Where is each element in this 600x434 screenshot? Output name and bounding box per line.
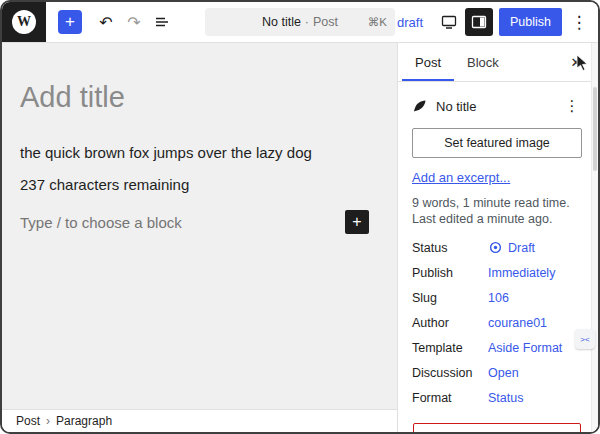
tab-block[interactable]: Block <box>454 43 512 81</box>
plus-icon: + <box>65 11 75 33</box>
list-view-button[interactable] <box>148 8 176 36</box>
last-edited-text: Last edited a minute ago. <box>412 212 582 226</box>
sidebar-toggle-icon <box>470 13 488 31</box>
characters-remaining-block[interactable]: 237 characters remaining <box>20 176 379 193</box>
field-label: Template <box>412 341 488 355</box>
format-button[interactable]: Status <box>488 391 523 405</box>
preview-monitor-icon <box>440 13 458 31</box>
close-icon: ✕ <box>571 55 582 70</box>
editor-canvas[interactable]: Add title the quick brown fox jumps over… <box>2 43 397 409</box>
post-card-title: No title <box>436 99 554 114</box>
document-bar[interactable]: No title · Post ⌘K <box>205 8 395 36</box>
document-title: No title <box>262 15 301 29</box>
chevron-right-icon: › <box>46 414 50 428</box>
field-row-author: Author courane01 <box>412 310 582 335</box>
undo-icon: ↶ <box>99 13 112 32</box>
plus-icon: + <box>352 213 361 231</box>
top-toolbar: W + ↶ ↷ No title · Post ⌘K Save draft <box>2 2 598 43</box>
field-row-publish: Publish Immediately <box>412 260 582 285</box>
post-card-menu-button[interactable]: ⋮ <box>562 97 582 115</box>
block-appender-row: Type / to choose a block + <box>20 210 379 234</box>
breadcrumb-bar: Post › Paragraph <box>2 409 397 432</box>
breadcrumb-paragraph: Paragraph <box>56 414 112 428</box>
field-label: Publish <box>412 266 488 280</box>
close-sidebar-button[interactable]: ✕ <box>564 43 588 81</box>
field-row-discussion: Discussion Open <box>412 360 582 385</box>
discussion-button[interactable]: Open <box>488 366 519 380</box>
scrollbar-thumb[interactable] <box>593 87 597 171</box>
wordpress-logo-icon: W <box>12 10 36 34</box>
post-title-input[interactable]: Add title <box>20 81 379 114</box>
block-inserter-button[interactable]: + <box>58 10 82 34</box>
redo-button[interactable]: ↷ <box>120 8 148 36</box>
post-feather-icon <box>412 98 428 114</box>
field-label: Discussion <box>412 366 488 380</box>
drag-handle-icon: >< <box>580 335 589 344</box>
add-excerpt-link[interactable]: Add an excerpt... <box>412 170 510 185</box>
settings-sidebar-toggle[interactable] <box>465 8 493 36</box>
word-count-text: 9 words, 1 minute read time. <box>412 196 582 210</box>
tab-post[interactable]: Post <box>402 43 454 81</box>
options-menu-button[interactable]: ⋮ <box>568 12 590 33</box>
redo-icon: ↷ <box>127 13 140 32</box>
field-row-status: Status Draft <box>412 235 582 260</box>
add-block-button[interactable]: + <box>345 210 369 234</box>
set-featured-image-button[interactable]: Set featured image <box>412 128 582 158</box>
list-view-icon <box>153 13 171 31</box>
field-label: Slug <box>412 291 488 305</box>
post-fields: Status Draft Publish Immediately <box>412 235 582 410</box>
wordpress-logo[interactable]: W <box>2 2 46 42</box>
slug-button[interactable]: 106 <box>488 291 509 305</box>
field-row-template: Template Aside Format <box>412 335 582 360</box>
settings-sidebar: Post Block ✕ No title ⋮ Set featured ima… <box>397 43 598 432</box>
publish-date-button[interactable]: Immediately <box>488 266 555 280</box>
template-button[interactable]: Aside Format <box>488 341 562 355</box>
publish-button[interactable]: Publish <box>499 8 562 36</box>
post-card: No title ⋮ <box>412 94 582 118</box>
post-summary-panel: No title ⋮ Set featured image Add an exc… <box>398 82 598 432</box>
author-button[interactable]: courane01 <box>488 316 547 330</box>
preview-button[interactable] <box>435 8 463 36</box>
breadcrumb-post[interactable]: Post <box>16 414 40 428</box>
status-value-button[interactable]: Draft <box>488 240 535 255</box>
block-appender-placeholder[interactable]: Type / to choose a block <box>20 214 182 231</box>
editor-body: Add title the quick brown fox jumps over… <box>2 43 598 432</box>
toolbar-right-group: Save draft Publish ⋮ <box>360 8 598 36</box>
field-label: Format <box>412 391 488 405</box>
field-label: Status <box>412 241 488 255</box>
move-to-trash-button[interactable] <box>413 423 581 432</box>
undo-button[interactable]: ↶ <box>92 8 120 36</box>
status-value: Draft <box>508 241 535 255</box>
sidebar-tabs: Post Block ✕ <box>398 43 598 82</box>
field-row-format: Format Status <box>412 385 582 410</box>
editor-main-column: Add title the quick brown fox jumps over… <box>2 43 397 432</box>
field-row-slug: Slug 106 <box>412 285 582 310</box>
sidebar-scrollbar[interactable] <box>591 43 598 432</box>
document-separator: · <box>305 15 309 29</box>
editor-window: W + ↶ ↷ No title · Post ⌘K Save draft <box>0 0 600 434</box>
paragraph-block[interactable]: the quick brown fox jumps over the lazy … <box>20 144 379 161</box>
drag-handle[interactable]: >< <box>575 329 595 349</box>
field-label: Author <box>412 316 488 330</box>
command-shortcut: ⌘K <box>368 15 387 29</box>
document-type: Post <box>313 15 338 29</box>
draft-status-icon <box>488 240 503 255</box>
